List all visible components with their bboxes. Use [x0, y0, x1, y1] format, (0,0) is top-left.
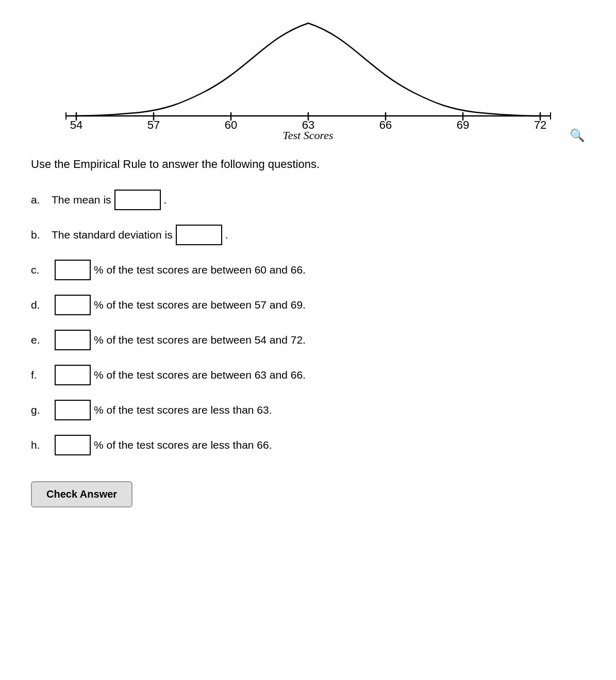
q-suffix-b: .: [225, 229, 228, 241]
input-mean[interactable]: [114, 190, 161, 210]
instruction-text: Use the Empirical Rule to answer the fol…: [31, 158, 585, 171]
question-g: g. % of the test scores are less than 63…: [31, 400, 585, 420]
q-suffix-a: .: [164, 194, 167, 206]
q-suffix-g: % of the test scores are less than 63.: [94, 404, 272, 416]
q-prefix-b: The standard deviation is: [52, 229, 173, 241]
svg-text:66: 66: [379, 118, 391, 129]
input-pct-e[interactable]: [55, 330, 91, 350]
svg-text:60: 60: [224, 118, 237, 129]
q-label-c: c.: [31, 264, 52, 276]
check-answer-button[interactable]: Check Answer: [31, 481, 132, 507]
question-b: b. The standard deviation is .: [31, 225, 585, 245]
question-e: e. % of the test scores are between 54 a…: [31, 330, 585, 350]
q-label-h: h.: [31, 439, 52, 451]
q-suffix-e: % of the test scores are between 54 and …: [94, 334, 306, 346]
questions-container: a. The mean is . b. The standard deviati…: [31, 190, 585, 455]
question-h: h. % of the test scores are less than 66…: [31, 435, 585, 455]
chart-title: Test Scores: [283, 129, 334, 142]
question-d: d. % of the test scores are between 57 a…: [31, 295, 585, 315]
q-label-b: b.: [31, 229, 52, 241]
svg-text:63: 63: [302, 118, 314, 129]
svg-text:72: 72: [534, 118, 546, 129]
input-pct-g[interactable]: [55, 400, 91, 420]
input-std-dev[interactable]: [176, 225, 222, 245]
q-suffix-c: % of the test scores are between 60 and …: [94, 264, 306, 276]
q-label-g: g.: [31, 404, 52, 416]
svg-text:69: 69: [456, 118, 469, 129]
q-label-f: f.: [31, 369, 52, 381]
question-f: f. % of the test scores are between 63 a…: [31, 365, 585, 385]
q-label-a: a.: [31, 194, 52, 206]
input-pct-d[interactable]: [55, 295, 91, 315]
q-suffix-h: % of the test scores are less than 66.: [94, 439, 272, 451]
question-a: a. The mean is .: [31, 190, 585, 210]
chart-title-row: Test Scores 🔍: [31, 129, 585, 142]
q-label-d: d.: [31, 299, 52, 311]
question-c: c. % of the test scores are between 60 a…: [31, 260, 585, 280]
q-suffix-f: % of the test scores are between 63 and …: [94, 369, 306, 381]
svg-text:54: 54: [70, 118, 82, 129]
q-label-e: e.: [31, 334, 52, 346]
input-pct-c[interactable]: [55, 260, 91, 280]
bell-curve-svg: 54 57 60 63 66 69 72: [31, 15, 585, 129]
input-pct-f[interactable]: [55, 365, 91, 385]
q-suffix-d: % of the test scores are between 57 and …: [94, 299, 306, 311]
q-prefix-a: The mean is: [52, 194, 111, 206]
svg-text:57: 57: [147, 118, 159, 129]
search-icon[interactable]: 🔍: [570, 128, 585, 143]
input-pct-h[interactable]: [55, 435, 91, 455]
chart-container: 54 57 60 63 66 69 72 Test Scores 🔍: [31, 15, 585, 142]
